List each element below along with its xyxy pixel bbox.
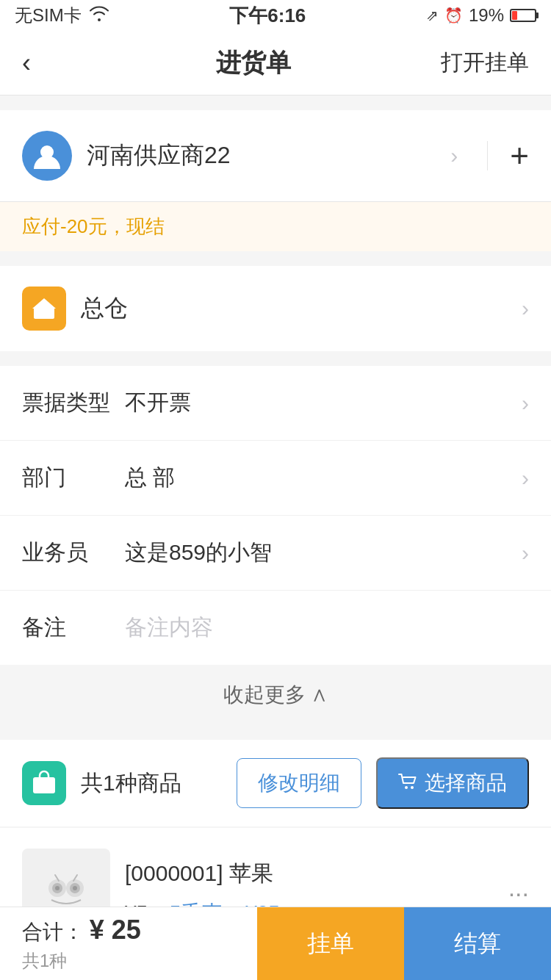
- salesperson-value: 这是859的小智: [125, 538, 514, 568]
- battery-percent: 19%: [469, 5, 504, 26]
- svg-point-11: [73, 886, 77, 890]
- product-code: [0000001]: [125, 861, 223, 885]
- location-icon: ⇗: [426, 7, 439, 24]
- status-time: 下午6:16: [229, 3, 306, 29]
- warning-bar: 应付-20元，现结: [0, 202, 551, 251]
- status-bar: 无SIM卡 下午6:16 ⇗ ⏰ 19%: [0, 0, 551, 31]
- hang-label: 挂单: [307, 928, 354, 960]
- collapse-text: 收起更多 ∧: [223, 683, 328, 706]
- collapse-bar[interactable]: 收起更多 ∧: [0, 665, 551, 725]
- svg-marker-2: [32, 298, 56, 309]
- warehouse-arrow-icon: [522, 296, 529, 321]
- supplier-row: 河南供应商22 +: [0, 110, 551, 202]
- product-more-button[interactable]: ···: [508, 879, 529, 907]
- products-count: 共1种商品: [81, 768, 222, 799]
- svg-rect-3: [33, 777, 55, 793]
- select-products-label: 选择商品: [425, 769, 507, 797]
- form-section: 票据类型 不开票 部门 总 部 业务员 这是859的小智 备注 备注内容: [0, 366, 551, 665]
- remark-input[interactable]: 备注内容: [125, 613, 529, 643]
- divider-2: [0, 251, 551, 266]
- total-amount: ¥ 25: [90, 915, 141, 945]
- products-icon: [22, 761, 66, 805]
- divider-1: [0, 96, 551, 110]
- svg-point-10: [55, 886, 60, 890]
- select-cart-icon: [398, 771, 419, 795]
- nav-bar: ‹ 进货单 打开挂单: [0, 31, 551, 96]
- battery-icon: [510, 9, 536, 22]
- product-name: [0000001] 苹果: [125, 859, 494, 889]
- warning-text: 应付-20元，现结: [22, 215, 165, 237]
- total-label: 合计：: [22, 920, 84, 943]
- warehouse-name: 总仓: [81, 292, 522, 325]
- svg-rect-1: [34, 307, 54, 319]
- hang-button[interactable]: 挂单: [257, 907, 404, 981]
- supplier-name: 河南供应商22: [87, 140, 450, 172]
- department-label: 部门: [22, 463, 125, 493]
- products-header: 共1种商品 修改明细 选择商品: [0, 740, 551, 826]
- bottom-total: 合计： ¥ 25 共1种: [0, 915, 257, 973]
- checkout-label: 结算: [454, 928, 501, 960]
- alarm-icon: ⏰: [444, 7, 463, 24]
- supplier-add-button[interactable]: +: [510, 140, 529, 172]
- select-products-button[interactable]: 选择商品: [376, 757, 529, 809]
- status-left: 无SIM卡: [15, 4, 109, 27]
- department-value: 总 部: [125, 463, 514, 493]
- invoice-type-arrow-icon: [522, 391, 529, 416]
- open-hang-button[interactable]: 打开挂单: [441, 48, 529, 78]
- total-sub: 共1种: [22, 949, 235, 973]
- total-line: 合计： ¥ 25: [22, 915, 235, 946]
- salesperson-label: 业务员: [22, 538, 125, 568]
- status-right: ⇗ ⏰ 19%: [426, 5, 536, 26]
- page-title: 进货单: [216, 46, 291, 80]
- department-row[interactable]: 部门 总 部: [0, 441, 551, 516]
- remark-row[interactable]: 备注 备注内容: [0, 591, 551, 665]
- product-title: 苹果: [229, 861, 273, 885]
- warehouse-section[interactable]: 总仓: [0, 266, 551, 351]
- supplier-section: 河南供应商22 + 应付-20元，现结: [0, 110, 551, 251]
- remark-label: 备注: [22, 613, 125, 643]
- salesperson-row[interactable]: 业务员 这是859的小智: [0, 516, 551, 591]
- back-button[interactable]: ‹: [22, 48, 66, 79]
- department-arrow-icon: [522, 466, 529, 491]
- bottom-bar: 合计： ¥ 25 共1种 挂单 结算: [0, 907, 551, 980]
- invoice-type-value: 不开票: [125, 388, 514, 418]
- salesperson-arrow-icon: [522, 541, 529, 566]
- svg-point-4: [405, 786, 408, 789]
- supplier-avatar: [22, 131, 72, 181]
- vertical-divider: [487, 141, 488, 170]
- invoice-type-row[interactable]: 票据类型 不开票: [0, 366, 551, 441]
- wifi-icon: [89, 5, 109, 26]
- avatar-icon: [22, 131, 72, 181]
- checkout-button[interactable]: 结算: [404, 907, 551, 981]
- edit-details-button[interactable]: 修改明细: [237, 758, 361, 808]
- svg-point-5: [411, 786, 414, 789]
- supplier-arrow-icon: [450, 143, 458, 168]
- warehouse-row[interactable]: 总仓: [0, 266, 551, 351]
- warehouse-icon: [22, 287, 66, 331]
- carrier-text: 无SIM卡: [15, 4, 82, 27]
- invoice-type-label: 票据类型: [22, 388, 125, 418]
